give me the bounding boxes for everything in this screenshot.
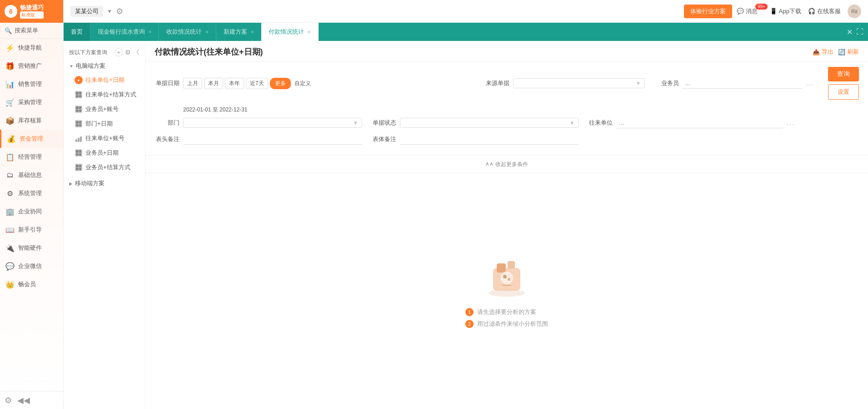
sidebar-item-system[interactable]: ⚙ 系统管理 <box>0 184 63 202</box>
guide-icon: 📖 <box>5 225 15 234</box>
source-select-arrow-icon: ▼ <box>636 81 641 86</box>
filter-date-item: 单据日期 上月 本月 本年 近7天 更多 自定义 <box>155 78 475 89</box>
close-receipt-stats-icon[interactable]: × <box>205 29 208 35</box>
message-button[interactable]: 💬 消息 99+ <box>737 7 763 15</box>
body-note-input[interactable] <box>400 134 579 145</box>
dept-select[interactable]: ▼ <box>183 118 362 128</box>
member-icon: 👑 <box>5 280 15 289</box>
empty-state: 1 请先选择要分析的方案 2 用过滤条件来缩小分析范围 <box>145 173 868 409</box>
message-badge: 99+ <box>755 4 768 10</box>
tab-new-scheme[interactable]: 新建方案 × <box>216 23 261 41</box>
sidebar-item-member[interactable]: 👑 畅会员 <box>0 275 63 293</box>
settings-button[interactable]: 设置 <box>828 84 859 100</box>
partner-account-icon <box>75 134 83 142</box>
scheme-group-mobile-header[interactable]: ▶ 移动端方案 <box>64 177 145 190</box>
scheme-settings-icon[interactable]: ⚙ <box>125 49 131 56</box>
scheme-item-staff-settle[interactable]: 业务员+结算方式 <box>64 160 145 175</box>
header-note-input[interactable] <box>183 134 362 145</box>
scheme-item-dept-date[interactable]: 部门+日期 <box>64 116 145 131</box>
staff-label: 业务员 <box>654 79 679 87</box>
header-actions: 📤 导出 🔄 刷新 <box>813 48 859 56</box>
company-name[interactable]: 某某公司 <box>70 6 103 17</box>
sidebar-item-inventory[interactable]: 📦 库存核算 <box>0 111 63 130</box>
header-gear-icon[interactable]: ⚙ <box>116 6 123 16</box>
scheme-item-staff-account[interactable]: 业务员+账号 <box>64 102 145 116</box>
tab-home[interactable]: 首页 <box>64 23 90 41</box>
page-content: 按以下方案查询 + ⚙ 《 ▼ 电脑端方案 ● 往来单位+日期 <box>64 41 868 409</box>
trial-button[interactable]: 体验行业方案 <box>684 5 732 18</box>
wechat-icon: 💬 <box>5 262 15 271</box>
tab-close-all-icon[interactable]: ✕ <box>847 28 853 36</box>
tab-expand-icon[interactable]: ⛶ <box>856 28 863 36</box>
tab-bank-flow[interactable]: 现金银行流水查询 × <box>90 23 159 41</box>
top-header: 某某公司 ▼ ⚙ 体验行业方案 💬 消息 99+ 📱 App下载 🎧 在线客服 … <box>64 0 868 23</box>
last-month-btn[interactable]: 上月 <box>183 78 202 89</box>
close-new-scheme-icon[interactable]: × <box>251 29 254 35</box>
dept-select-arrow-icon: ▼ <box>353 120 358 126</box>
partner-input[interactable] <box>616 117 783 128</box>
finance-icon: 💰 <box>7 134 16 143</box>
query-button[interactable]: 查询 <box>828 67 859 81</box>
header-note-label: 表头备注 <box>155 135 180 143</box>
tab-bar: 首页 现金银行流水查询 × 收款情况统计 × 新建方案 × 付款情况统计 × ✕… <box>64 23 868 41</box>
scheme-item-partner-account[interactable]: 往来单位+账号 <box>64 131 145 146</box>
filter-body-note-item: 表体备注 <box>371 134 579 145</box>
doc-status-select[interactable]: ▼ <box>400 118 579 128</box>
sidebar-item-finance[interactable]: 💰 资金管理 <box>0 130 63 148</box>
scheme-group-desktop-header[interactable]: ▼ 电脑端方案 <box>64 59 145 73</box>
filter-area: 付款情况统计(往来单位+日期) 📤 导出 🔄 刷新 <box>145 41 868 409</box>
app-download-button[interactable]: 📱 App下载 <box>770 7 801 15</box>
sidebar-item-basic-info[interactable]: 🗂 基础信息 <box>0 166 63 184</box>
service-button[interactable]: 🎧 在线客服 <box>808 7 841 15</box>
company-chevron-icon[interactable]: ▼ <box>107 8 112 15</box>
svg-point-4 <box>500 272 513 284</box>
footer-collapse-icon[interactable]: ◀◀ <box>17 395 30 405</box>
scheme-collapse-icon[interactable]: 《 <box>133 48 140 56</box>
export-button[interactable]: 📤 导出 <box>813 48 833 56</box>
sidebar-item-quick-nav[interactable]: ⚡ 快捷导航 <box>0 39 63 57</box>
staff-input[interactable] <box>683 78 802 89</box>
scheme-item-staff-date[interactable]: 业务员+日期 <box>64 146 145 160</box>
tab-payment-stats[interactable]: 付款情况统计 × <box>261 23 318 41</box>
sidebar-item-purchase[interactable]: 🛒 采购管理 <box>0 93 63 111</box>
filter-doc-status-item: 单据状态 ▼ <box>371 118 579 128</box>
search-menu-item[interactable]: 🔍 搜索菜单 <box>0 23 63 39</box>
scheme-add-icon[interactable]: + <box>115 48 123 56</box>
svg-point-5 <box>503 275 507 278</box>
footer-settings-icon[interactable]: ⚙ <box>5 395 12 405</box>
partner-date-icon: ● <box>75 76 83 84</box>
this-year-btn[interactable]: 本年 <box>225 78 244 89</box>
staff-more-icon[interactable]: ... <box>806 79 814 87</box>
refresh-button[interactable]: 🔄 刷新 <box>838 48 859 56</box>
source-select[interactable]: ▼ <box>513 78 645 88</box>
more-date-btn[interactable]: 更多 <box>270 78 291 89</box>
sidebar: 6 畅捷通巧 标准版 🔍 搜索菜单 ⚡ 快捷导航 🎁 营销推广 📊 销售管理 🛒… <box>0 0 64 409</box>
svg-rect-2 <box>497 263 506 273</box>
close-bank-flow-icon[interactable]: × <box>149 29 151 35</box>
sidebar-item-enterprise[interactable]: 🏢 企业协同 <box>0 202 63 221</box>
user-avatar[interactable]: Rit <box>848 5 861 18</box>
sidebar-item-sales[interactable]: 📊 销售管理 <box>0 75 63 93</box>
dept-label: 部门 <box>155 119 180 127</box>
sidebar-item-hardware[interactable]: 🔌 智能硬件 <box>0 239 63 257</box>
sidebar-item-wechat[interactable]: 💬 企业微信 <box>0 257 63 275</box>
collapse-bar[interactable]: ∧∧ 收起更多条件 <box>145 156 868 173</box>
last-7-btn[interactable]: 近7天 <box>246 78 268 89</box>
sidebar-item-guide[interactable]: 📖 新手引导 <box>0 221 63 239</box>
this-month-btn[interactable]: 本月 <box>204 78 223 89</box>
partner-settle-icon <box>75 91 83 99</box>
filter-dept-item: 部门 ▼ <box>155 118 362 128</box>
close-payment-stats-icon[interactable]: × <box>308 29 310 35</box>
empty-tip-1: 1 请先选择要分析的方案 <box>465 308 548 316</box>
logo-text: 畅捷通巧 标准版 <box>20 4 44 19</box>
purchase-icon: 🛒 <box>5 98 15 107</box>
basic-info-icon: 🗂 <box>5 171 15 180</box>
sidebar-item-operations[interactable]: 📋 经营管理 <box>0 148 63 166</box>
tab-receipt-stats[interactable]: 收款情况统计 × <box>159 23 216 41</box>
partner-more-icon[interactable]: ... <box>787 119 795 127</box>
quick-nav-icon: ⚡ <box>5 43 15 52</box>
scheme-item-partner-date[interactable]: ● 往来单位+日期 <box>64 73 145 87</box>
filter-header-note-item: 表头备注 <box>155 134 362 145</box>
sidebar-item-marketing[interactable]: 🎁 营销推广 <box>0 57 63 75</box>
scheme-item-partner-settle[interactable]: 往来单位+结算方式 <box>64 87 145 102</box>
